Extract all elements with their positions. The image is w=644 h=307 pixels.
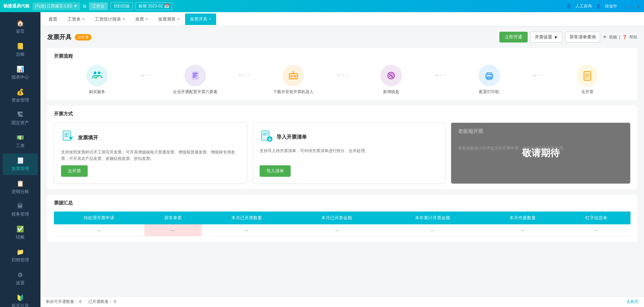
sidebar-item-settings[interactable]: ⚙ 设置 xyxy=(3,268,38,289)
sidebar-item-general-ledger[interactable]: 📒 总账 xyxy=(3,39,38,61)
header-actions: 立即开通 开票设置 ▼ 异常清单查询 👁 视频 | ❓ 帮助 xyxy=(499,32,637,43)
method-card-manual-fill-header: 发票填开 xyxy=(61,130,240,146)
col-pending: 待处理开票申请 xyxy=(54,212,144,224)
flow-steps: 购买服务 ›› ‐ ‐ 企 xyxy=(54,65,631,95)
open-settings-button[interactable]: 开票设置 ▼ xyxy=(530,32,562,43)
status-bar-left: 剩余可开通数量： 0 已开通数量： 0 xyxy=(46,299,116,305)
tab-close-invoice[interactable]: ✕ xyxy=(145,17,148,21)
header-right-icons: 👁 视频 | ❓ 帮助 xyxy=(603,34,637,40)
svg-point-1 xyxy=(98,72,100,74)
sidebar-item-invoice-mgmt[interactable]: 🧾 发票管理 xyxy=(3,154,38,175)
tab-label-invoice-issue: 发票开具 xyxy=(190,16,207,22)
buy-service-label: 购买服务 xyxy=(89,89,105,95)
tab-invoice[interactable]: 发票 ✕ xyxy=(130,13,153,25)
calendar-icon: 📅 xyxy=(164,4,169,8)
customer-service-label[interactable]: 人工咨询 xyxy=(576,3,592,9)
workbench-button[interactable]: 工作台 xyxy=(89,2,108,10)
company-select[interactable]: (勾选) 江西服宝-LSS ▼ xyxy=(32,2,80,10)
tab-close-salary-report[interactable]: ✕ xyxy=(122,17,125,21)
flow-step-issue-invoice: 去开票 xyxy=(544,65,631,95)
opened-value: 0 xyxy=(114,299,116,304)
sidebar-item-fixed-assets[interactable]: 🏗 固定资产 xyxy=(3,108,38,129)
username[interactable]: 徐溢华 xyxy=(605,3,617,9)
method-card-import-list: 导入开票清单 支持导入待开票清单，可对待开票清单进行拆分、合并处理。 导入清单 xyxy=(253,122,446,184)
top-bar-right: 👤 人工咨询 👤 徐溢华 ─ □ ✕ xyxy=(566,3,641,9)
copy-icon[interactable]: ⧉ xyxy=(83,3,86,9)
tab-salary[interactable]: 工资表 ✕ xyxy=(63,13,89,25)
tab-close-salary[interactable]: ✕ xyxy=(82,17,85,21)
coming-soon-text: 敬请期待 xyxy=(522,147,560,160)
maximize-button[interactable]: □ xyxy=(630,4,635,8)
svg-rect-6 xyxy=(193,77,196,78)
tab-salary-report[interactable]: 工资统计报表 ✕ xyxy=(90,13,130,25)
sidebar-item-report-center[interactable]: 📊 报表中心 xyxy=(3,62,38,84)
manual-fill-title: 发票填开 xyxy=(78,135,98,141)
sidebar-label-invoice-mgmt: 发票管理 xyxy=(11,166,29,172)
manual-fill-icon xyxy=(61,130,75,146)
sidebar-label-new-guide: 新手引导 xyxy=(11,303,29,307)
svg-point-9 xyxy=(291,76,292,77)
sidebar-item-archive-mgmt[interactable]: 📁 归档管理 xyxy=(3,245,38,267)
tab-label-salary-report: 工资统计报表 xyxy=(95,16,121,22)
arrow-3: ›› ‐ ‐ xyxy=(336,72,348,79)
tab-label-invoice: 发票 xyxy=(135,16,144,22)
svg-point-19 xyxy=(491,75,492,76)
svg-point-10 xyxy=(294,76,296,77)
opened-label: 已开通数量： 0 xyxy=(88,299,116,305)
purchase-icon: 📋 xyxy=(17,180,24,187)
cell-year-amount: -- xyxy=(382,224,483,236)
sidebar-label-salary: 工资 xyxy=(16,143,25,149)
tab-home[interactable]: 首页 xyxy=(44,13,62,25)
sidebar-item-purchase-sales[interactable]: 📋 进销台账 xyxy=(3,176,38,198)
svg-rect-17 xyxy=(487,77,492,80)
manual-fill-button[interactable]: 去开票 xyxy=(61,165,88,177)
salary-icon: 💵 xyxy=(17,134,24,141)
fund-icon: 💰 xyxy=(17,88,24,96)
period-selector[interactable]: 账期 2023-02 📅 xyxy=(136,2,172,10)
sidebar-label-report-center: 报表中心 xyxy=(11,74,29,80)
sidebar-item-tax-mgmt[interactable]: 🏛 税务管理 xyxy=(3,199,38,221)
method-card-manual-fill: 发票填开 支持按照发票样式手工填写开发票；可开具增值税电子普通发票、增值税普通发… xyxy=(54,122,247,184)
config-open-icon xyxy=(184,65,206,86)
tax-icon: 🏛 xyxy=(17,203,23,210)
flow-step-config-open: 企业开通配置开票六要素 xyxy=(152,65,239,95)
tab-invoice-calc[interactable]: 发票测算 ✕ xyxy=(153,13,184,25)
issue-invoice-label: 去开票 xyxy=(581,89,593,95)
download-robot-icon xyxy=(283,65,304,86)
tab-invoice-issue[interactable]: 发票开具 ✕ xyxy=(185,13,216,25)
cell-red-info: -- xyxy=(562,224,631,236)
minimize-button[interactable]: ─ xyxy=(624,4,628,8)
flow-section-title: 开票流程 xyxy=(54,53,631,59)
page-title-area: 发票开具 待开通 xyxy=(47,33,91,41)
sidebar-label-fixed-assets: 固定资产 xyxy=(11,120,29,126)
close-button[interactable]: ✕ xyxy=(636,4,641,8)
abnormal-list-button[interactable]: 异常清单查询 xyxy=(565,32,600,43)
tab-label-invoice-calc: 发票测算 xyxy=(158,16,176,22)
svg-rect-22 xyxy=(63,131,70,140)
tab-close-invoice-calc[interactable]: ✕ xyxy=(177,17,180,21)
immediate-open-button[interactable]: 立即开通 xyxy=(499,32,528,43)
col-red-info: 红字信息单 xyxy=(562,212,631,224)
summary-row: -- -- -- -- -- -- -- xyxy=(54,224,631,236)
sidebar-label-archive-mgmt: 归档管理 xyxy=(11,257,29,263)
sidebar-item-salary[interactable]: 💵 工资 xyxy=(3,131,38,152)
sidebar-item-home[interactable]: 🏠 首页 xyxy=(3,16,38,38)
sidebar-item-fund-mgmt[interactable]: 💰 资金管理 xyxy=(3,85,38,107)
eye-icon: 👁 xyxy=(603,35,607,39)
invoice-icon: 🧾 xyxy=(17,157,24,164)
methods-section: 开票方式 xyxy=(47,106,637,189)
cell-pending: -- xyxy=(54,224,144,236)
help-icon: ❓ xyxy=(622,35,627,39)
summary-section-title: 票据汇总 xyxy=(54,200,631,206)
sidebar-label-settings: 设置 xyxy=(16,280,25,286)
sidebar-label-general-ledger: 总账 xyxy=(16,51,25,57)
summary-table: 待处理开票申请 异常单票 本月已开票数量 本月已开票金额 本年累计开票金额 本月… xyxy=(54,212,631,236)
help-label[interactable]: 帮助 xyxy=(629,34,637,40)
video-label[interactable]: 视频 xyxy=(609,34,617,40)
go-buy-link[interactable]: 去购买 xyxy=(626,299,639,305)
tab-close-invoice-issue[interactable]: ✕ xyxy=(209,17,211,21)
switch-old-button[interactable]: 切到旧版 xyxy=(111,2,133,10)
import-list-button[interactable]: 导入清单 xyxy=(260,165,291,177)
sidebar-item-settlement[interactable]: ✅ 结账 xyxy=(3,222,38,244)
sidebar-item-new-guide[interactable]: 🔰 新手引导 xyxy=(3,291,38,307)
